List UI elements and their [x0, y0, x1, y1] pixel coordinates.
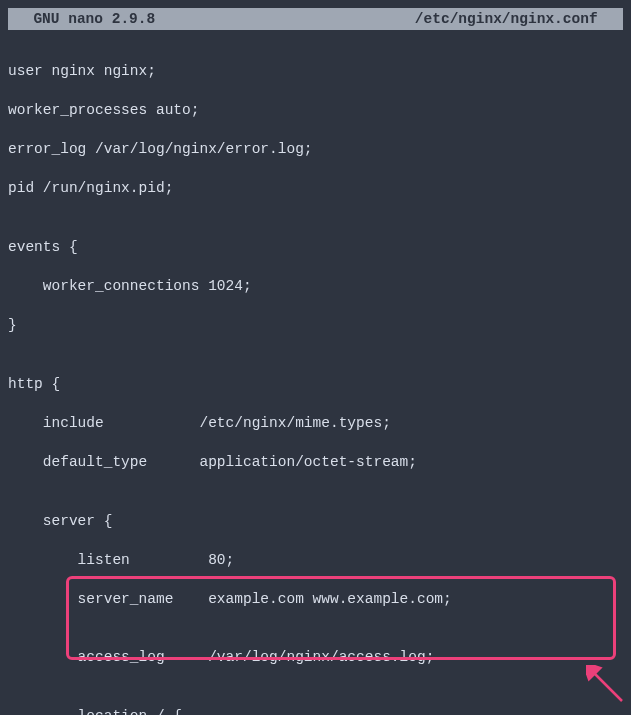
code-line: worker_connections 1024; [8, 277, 623, 297]
code-line: location / { [8, 707, 623, 715]
code-line: include /etc/nginx/mime.types; [8, 414, 623, 434]
nano-title-bar: GNU nano 2.9.8 /etc/nginx/nginx.conf [8, 8, 623, 30]
code-line: access_log /var/log/nginx/access.log; [8, 648, 623, 668]
code-line: pid /run/nginx.pid; [8, 179, 623, 199]
code-line: worker_processes auto; [8, 101, 623, 121]
app-name: GNU nano 2.9.8 [16, 11, 155, 27]
code-line: server { [8, 512, 623, 532]
code-line: user nginx nginx; [8, 62, 623, 82]
code-line: } [8, 316, 623, 336]
code-line: default_type application/octet-stream; [8, 453, 623, 473]
code-line: http { [8, 375, 623, 395]
file-path: /etc/nginx/nginx.conf [415, 11, 615, 27]
code-line: server_name example.com www.example.com; [8, 590, 623, 610]
code-line: listen 80; [8, 551, 623, 571]
editor-area[interactable]: user nginx nginx; worker_processes auto;… [0, 30, 631, 715]
code-line: events { [8, 238, 623, 258]
code-line: error_log /var/log/nginx/error.log; [8, 140, 623, 160]
